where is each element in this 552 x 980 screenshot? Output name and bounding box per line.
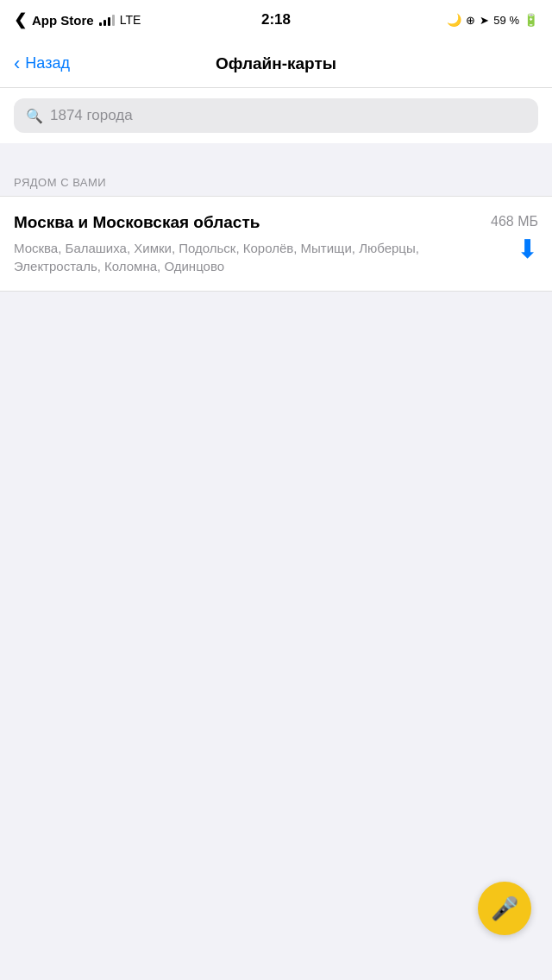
app-store-label: App Store [32,13,94,28]
arrow-icon: ➤ [480,14,489,27]
list-item-meta: 468 МБ ⬇ [491,212,538,262]
network-label: LTE [120,13,141,27]
status-right: 🌙 ⊕ ➤ 59 % 🔋 [447,13,538,27]
moon-icon: 🌙 [447,13,461,27]
page-title: Офлайн-карты [83,54,469,73]
battery-icon: 🔋 [524,13,538,27]
map-item-size: 468 МБ [491,214,538,229]
section-divider [0,143,552,169]
list-item: Москва и Московская область Москва, Бала… [0,197,552,291]
back-button[interactable]: ‹ Назад [14,54,83,73]
map-item-subtitle: Москва, Балашиха, Химки, Подольск, Корол… [14,239,480,275]
content-area [0,292,552,980]
search-bar[interactable]: 🔍 1874 города [14,98,538,133]
nav-bar: ‹ Назад Офлайн-карты [0,40,552,88]
status-bar: ❮ App Store LTE 2:18 🌙 ⊕ ➤ 59 % 🔋 [0,0,552,40]
list-item-content: Москва и Московская область Москва, Бала… [14,212,491,275]
battery-label: 59 % [493,14,519,27]
map-list: Москва и Московская область Москва, Бала… [0,196,552,292]
status-left: ❮ App Store LTE [14,10,141,29]
mic-icon: 🎤 [491,895,518,922]
app-store-back-icon: ❮ [14,10,27,29]
search-container: 🔍 1874 города [0,88,552,143]
status-time: 2:18 [261,11,291,28]
nearby-section-header: РЯДОМ С ВАМИ [0,169,552,196]
back-chevron-icon: ‹ [14,54,20,73]
location-icon: ⊕ [466,14,475,27]
search-icon: 🔍 [26,108,43,124]
voice-button[interactable]: 🎤 [478,882,531,935]
search-placeholder: 1874 города [50,107,133,124]
signal-bars [99,14,115,26]
map-item-title: Москва и Московская область [14,212,480,234]
back-label: Назад [25,54,70,72]
download-button[interactable]: ⬇ [517,236,538,262]
